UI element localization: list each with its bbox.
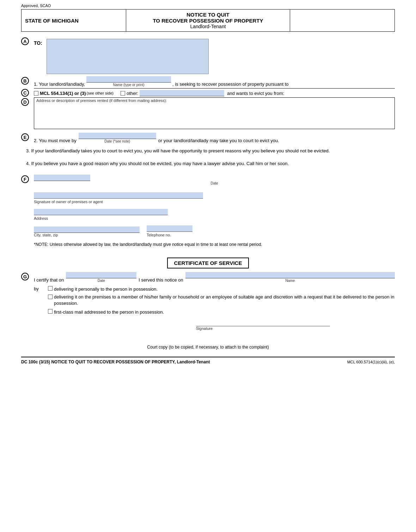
f-tel-field[interactable] <box>147 225 192 232</box>
f-date-label: Date <box>34 181 395 185</box>
header-title1: NOTICE TO QUIT <box>130 12 287 18</box>
header-state: STATE OF MICHIGAN <box>22 10 126 32</box>
section-g-content: I certify that on Date I served this not… <box>34 272 395 331</box>
footer-bar: DC 100c (3/15) NOTICE TO QUIT TO RECOVER… <box>21 357 395 364</box>
f-city-tel-row: City, state, zip Telephone no. <box>34 225 395 237</box>
cert-title-box: CERTIFICATE OF SERVICE <box>21 258 395 268</box>
other-field[interactable] <box>140 90 224 96</box>
cert-name-field[interactable] <box>185 272 395 278</box>
item3-text: 3. If your landlord/landlady takes you t… <box>21 147 395 155</box>
section-c-side-label: C <box>21 88 34 97</box>
section-d-content: Address or description of premises rente… <box>34 97 395 129</box>
footer-right: MCL 600.5714(1)(c)(iii), (e), <box>347 360 395 364</box>
f-city-block: City, state, zip <box>34 226 140 237</box>
date-label-e: Date (*see note) <box>79 139 156 143</box>
certify-prefix: I certify that on <box>34 277 64 283</box>
to-label: TO: <box>34 40 44 46</box>
header-title3: Landlord-Tenant <box>130 24 287 29</box>
sig-owner-field[interactable] <box>34 192 203 199</box>
section-d-wrapper: Address or description of premises rente… <box>34 98 394 129</box>
label-b: B <box>21 77 29 85</box>
label-f: F <box>21 175 29 183</box>
item1-row: 1. Your landlord/landlady, Name (type or… <box>34 76 395 87</box>
to-address-field[interactable] <box>47 39 209 74</box>
mcl-checkbox[interactable] <box>34 91 38 96</box>
move-by-date-field[interactable] <box>79 133 156 139</box>
by-label: by <box>34 286 48 291</box>
section-b-side-label: B <box>21 76 34 85</box>
f-address-field[interactable] <box>34 209 168 215</box>
section-e: E 2. You must move by Date (*see note) o… <box>21 133 395 143</box>
cert-date-label: Date <box>66 279 136 283</box>
section-a-content: TO: <box>34 37 395 74</box>
header-right <box>290 10 395 32</box>
section-f: F Date Signature of owner of premises or… <box>21 175 395 247</box>
header-title2: TO RECOVER POSSESSION OF PROPERTY <box>130 18 287 24</box>
f-tel-label: Telephone no. <box>147 233 192 237</box>
premises-label: Address or description of premises rente… <box>36 98 392 103</box>
delivery1-item: delivering it personally to the person i… <box>48 286 395 292</box>
section-g: G I certify that on Date I served this n… <box>21 272 395 331</box>
label-e: E <box>21 133 29 141</box>
f-date-block: Date <box>34 175 395 185</box>
delivery1-checkbox[interactable] <box>48 286 53 291</box>
footer-form-title: NOTICE TO QUIT TO RECOVER POSSESSION OF … <box>51 359 210 364</box>
footer-left: DC 100c (3/15) NOTICE TO QUIT TO RECOVER… <box>21 359 210 364</box>
name-label: Name (type or print) <box>86 83 171 87</box>
delivery2-text: delivering it on the premises to a membe… <box>54 294 395 307</box>
delivery3-item: first-class mail addressed to the person… <box>48 309 395 315</box>
mcl-text: MCL 554.134(1) or (3) <box>40 91 86 96</box>
delivery3-checkbox[interactable] <box>48 309 53 314</box>
certificate-section: CERTIFICATE OF SERVICE G I certify that … <box>21 258 395 331</box>
approved-label: Approved, SCAO <box>21 4 395 8</box>
label-g: G <box>21 273 29 280</box>
other-label: other: <box>127 91 138 96</box>
item2-suffix: or your landlord/landlady may take you t… <box>158 138 279 143</box>
certify-row: I certify that on Date I served this not… <box>34 272 395 283</box>
certify-middle: I served this notice on <box>139 277 183 283</box>
delivery1-text: delivering it personally to the person i… <box>54 286 158 292</box>
section-d-side-label: D <box>21 97 34 106</box>
cert-sig-label: Signature <box>196 326 395 331</box>
section-c-row: MCL 554.134(1) or (3) (see other side) o… <box>34 88 395 96</box>
premises-field[interactable] <box>36 103 392 127</box>
cert-date-field[interactable] <box>66 272 136 278</box>
delivery3-text: first-class mail addressed to the person… <box>54 309 164 315</box>
delivery2-checkbox[interactable] <box>48 295 53 299</box>
landlord-name-field[interactable] <box>86 76 171 83</box>
item1-prefix: 1. Your landlord/landlady, <box>34 81 85 87</box>
item2-row: 2. You must move by Date (*see note) or … <box>34 133 395 143</box>
section-a: A TO: <box>21 37 395 74</box>
sig-owner-label: Signature of owner of premises or agent <box>34 200 395 204</box>
by-row: by delivering it personally to the perso… <box>34 286 395 315</box>
other-checkbox[interactable] <box>121 91 125 96</box>
item4-text: 4. If you believe you have a good reason… <box>21 160 395 167</box>
section-f-side-label: F <box>21 175 34 183</box>
f-address-block: Address <box>34 209 395 220</box>
footer-form-id: DC 100c (3/15) <box>21 359 50 364</box>
header-table: STATE OF MICHIGAN NOTICE TO QUIT TO RECO… <box>21 9 395 32</box>
section-e-content: 2. You must move by Date (*see note) or … <box>34 133 395 143</box>
f-note: *NOTE: Unless otherwise allowed by law, … <box>34 242 395 247</box>
court-copy: Court copy (to be copied, if necessary, … <box>21 345 395 350</box>
section-c-content: MCL 554.134(1) or (3) (see other side) o… <box>34 88 395 96</box>
section-g-side-label: G <box>21 272 34 280</box>
f-date-field[interactable] <box>34 175 90 181</box>
label-a: A <box>21 37 29 45</box>
to-line: TO: <box>34 39 395 74</box>
delivery2-item: delivering it on the premises to a membe… <box>48 294 395 307</box>
cert-title: CERTIFICATE OF SERVICE <box>167 258 249 268</box>
section-a-side-label: A <box>21 37 34 45</box>
checkbox-items: delivering it personally to the person i… <box>48 286 395 315</box>
f-city-field[interactable] <box>34 226 140 233</box>
mcl-note: (see other side) <box>87 91 114 95</box>
cert-name-label: Name <box>185 279 395 283</box>
section-e-side-label: E <box>21 133 34 141</box>
label-d: D <box>21 98 29 106</box>
section-c: C MCL 554.134(1) or (3) (see other side)… <box>21 88 395 97</box>
section-d: D Address or description of premises ren… <box>21 97 395 129</box>
header-center: NOTICE TO QUIT TO RECOVER POSSESSION OF … <box>126 10 290 32</box>
f-city-label: City, state, zip <box>34 233 140 237</box>
f-sig-block: Signature of owner of premises or agent <box>34 192 395 204</box>
item2-prefix: 2. You must move by <box>34 138 77 143</box>
